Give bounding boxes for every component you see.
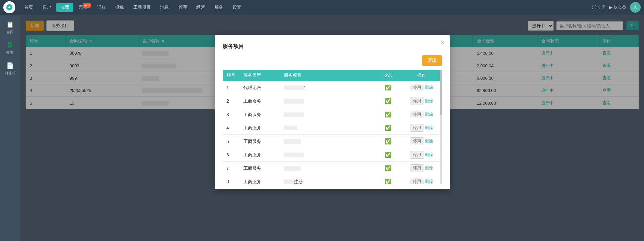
stop-button[interactable]: 停用 xyxy=(410,97,424,105)
stop-button[interactable]: 停用 xyxy=(410,137,424,145)
modal-col-status: 状态 xyxy=(375,70,402,81)
modal-overlay: 服务项目 × 新建 序号 服务类型 服务项目 状态 操作 xyxy=(20,15,644,241)
scrollbar[interactable] xyxy=(440,70,442,184)
sidebar-item-contract[interactable]: 📋 合同 xyxy=(1,18,19,37)
right-actions: ⛶ 全屏 ▶ 畅会员 人 xyxy=(592,2,641,13)
service-items-table: 序号 服务类型 服务项目 状态 操作 1 代理记账 1 ✅ xyxy=(223,70,442,184)
scroll-thumb[interactable] xyxy=(440,70,442,115)
nav-fee[interactable]: 收费 xyxy=(56,3,73,12)
active-icon: ✅ xyxy=(385,179,391,184)
active-icon: ✅ xyxy=(385,112,391,117)
modal-scroll-area[interactable]: 序号 服务类型 服务项目 状态 操作 1 代理记账 1 ✅ xyxy=(223,70,442,184)
member-icon: ▶ xyxy=(609,5,612,10)
stop-button[interactable]: 停用 xyxy=(410,84,424,91)
nav-home[interactable]: 首页 xyxy=(20,3,37,12)
stop-button[interactable]: 停用 xyxy=(410,151,424,159)
fee-icon: 💲 xyxy=(6,41,14,49)
stop-button[interactable]: 停用 xyxy=(410,124,424,132)
modal-row: 5 工商服务 ✅ 停用 删除 xyxy=(223,135,442,148)
active-icon: ✅ xyxy=(385,152,391,158)
modal-row: 8 工商服务 注册 ✅ 停用 删除 xyxy=(223,175,442,184)
delete-button[interactable]: 删除 xyxy=(425,179,433,184)
modal-row: 4 工商服务 ✅ 停用 删除 xyxy=(223,121,442,135)
new-badge: new xyxy=(83,3,91,8)
delete-button[interactable]: 删除 xyxy=(425,112,433,117)
delete-button[interactable]: 删除 xyxy=(425,152,433,158)
modal-col-no: 序号 xyxy=(223,70,239,81)
nav-invoice[interactable]: 票据 new xyxy=(75,3,91,12)
modal-row: 7 工商服务 ✅ 停用 删除 xyxy=(223,162,442,175)
sidebar-label-fee: 收费 xyxy=(6,50,14,55)
modal-row: 6 工商服务 ✅ 停用 删除 xyxy=(223,148,442,162)
modal-row: 1 代理记账 1 ✅ 停用 删除 xyxy=(223,81,442,94)
sidebar-item-fee[interactable]: 💲 收费 xyxy=(1,39,19,58)
nav-items: 首页 客户 收费 票据 new 记账 报税 工商项目 消息 管理 经营 服务 设… xyxy=(20,3,592,12)
delete-button[interactable]: 删除 xyxy=(425,165,433,171)
sidebar-label-contract: 合同 xyxy=(6,30,14,35)
nav-business[interactable]: 经营 xyxy=(192,3,209,12)
stop-button[interactable]: 停用 xyxy=(410,164,424,172)
member-button[interactable]: ▶ 畅会员 xyxy=(609,5,626,10)
statement-icon: 📄 xyxy=(6,62,14,69)
logo xyxy=(3,1,15,13)
nav-client[interactable]: 客户 xyxy=(38,3,55,12)
delete-button[interactable]: 删除 xyxy=(425,138,433,144)
top-navigation: 首页 客户 收费 票据 new 记账 报税 工商项目 消息 管理 经营 服务 设… xyxy=(0,0,644,15)
active-icon: ✅ xyxy=(385,138,391,144)
modal-row: 2 工商服务 ✅ 停用 删除 xyxy=(223,94,442,108)
nav-tax[interactable]: 报税 xyxy=(111,3,128,12)
modal-row: 3 工商服务 ✅ 停用 删除 xyxy=(223,108,442,121)
modal-col-item: 服务项目 xyxy=(280,70,375,81)
sidebar-label-statement: 对账单 xyxy=(5,71,16,76)
active-icon: ✅ xyxy=(385,165,391,171)
nav-manage[interactable]: 管理 xyxy=(174,3,191,12)
active-icon: ✅ xyxy=(385,85,391,90)
delete-button[interactable]: 删除 xyxy=(425,85,433,90)
service-modal: 服务项目 × 新建 序号 服务类型 服务项目 状态 操作 xyxy=(215,35,450,189)
modal-toolbar: 新建 xyxy=(223,55,442,66)
modal-col-action: 操作 xyxy=(402,70,442,81)
modal-title: 服务项目 xyxy=(223,43,442,50)
nav-commerce[interactable]: 工商项目 xyxy=(129,3,155,12)
modal-col-type: 服务类型 xyxy=(239,70,280,81)
nav-settings[interactable]: 设置 xyxy=(229,3,245,12)
delete-button[interactable]: 删除 xyxy=(425,98,433,104)
nav-message[interactable]: 消息 xyxy=(156,3,173,12)
stop-button[interactable]: 停用 xyxy=(410,178,424,184)
sidebar-item-statement[interactable]: 📄 对账单 xyxy=(1,59,19,78)
close-button[interactable]: × xyxy=(441,40,445,46)
modal-new-button[interactable]: 新建 xyxy=(422,55,442,66)
active-icon: ✅ xyxy=(385,98,391,104)
main-content: 新增 服务项目 进行中 已完成 已终止 🔍 序号 合同编码 ⇅ 客户名称 ⇅ 服… xyxy=(20,15,644,241)
stop-button[interactable]: 停用 xyxy=(410,111,424,118)
active-icon: ✅ xyxy=(385,125,391,131)
nav-service[interactable]: 服务 xyxy=(211,3,227,12)
sidebar: 📋 合同 💲 收费 📄 对账单 xyxy=(0,15,20,241)
avatar[interactable]: 人 xyxy=(630,2,641,13)
contract-icon: 📋 xyxy=(6,21,14,28)
nav-bookkeeping[interactable]: 记账 xyxy=(93,3,110,12)
fullscreen-button[interactable]: ⛶ 全屏 xyxy=(592,5,605,10)
delete-button[interactable]: 删除 xyxy=(425,125,433,131)
fullscreen-icon: ⛶ xyxy=(592,5,596,10)
